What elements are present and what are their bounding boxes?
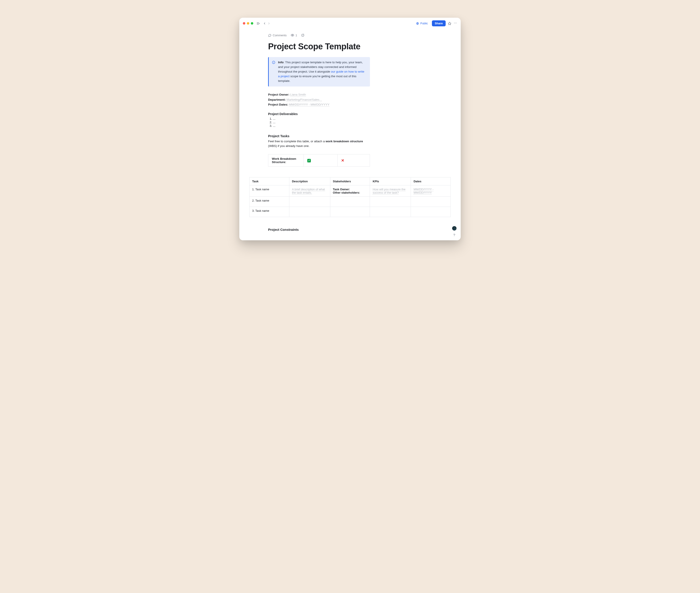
- task-desc-cell[interactable]: [289, 207, 330, 217]
- info-icon: [272, 61, 275, 83]
- public-visibility-label: Public: [420, 22, 428, 25]
- info-text-after: scope to ensure you're getting the most …: [278, 75, 357, 83]
- col-kpis: KPIs: [370, 177, 411, 186]
- star-icon: [448, 22, 451, 25]
- field-value[interactable]: Liana Smith: [290, 93, 306, 97]
- top-bar-left: [243, 22, 270, 25]
- svg-point-4: [456, 23, 457, 23]
- task-name-cell[interactable]: 2. Task name: [250, 197, 289, 207]
- list-item[interactable]: ...: [273, 117, 370, 120]
- table-row[interactable]: 1. Task name A brief description of what…: [250, 186, 451, 197]
- task-desc-cell[interactable]: A brief description of what the task ent…: [289, 186, 330, 197]
- window-controls: [243, 22, 253, 25]
- tasks-desc-before: Feel free to complete this table, or att…: [268, 140, 326, 143]
- tasks-desc-after: (WBS) if you already have one.: [268, 144, 309, 148]
- task-dates-cell[interactable]: MM/DD/YYYY - MM/DD/YYYY: [411, 186, 451, 197]
- sidebar-toggle-button[interactable]: [256, 22, 260, 25]
- deliverables-heading[interactable]: Project Deliverables: [268, 112, 370, 116]
- project-fields[interactable]: Project Owner: Liana Smith Department: M…: [268, 92, 370, 108]
- field-label: Department:: [268, 98, 286, 101]
- task-dates-cell[interactable]: [411, 197, 451, 207]
- table-row[interactable]: 2. Task name: [250, 197, 451, 207]
- cross-icon: ✕: [341, 158, 344, 163]
- task-stakeholders-cell[interactable]: [330, 197, 370, 207]
- close-window-icon[interactable]: [243, 22, 245, 25]
- field-label: Project Owner:: [268, 93, 289, 96]
- top-bar: Public Share: [239, 18, 461, 27]
- svg-marker-1: [448, 22, 451, 25]
- wbs-yes-cell[interactable]: ✓: [304, 154, 338, 167]
- task-kpi-cell[interactable]: [370, 197, 411, 207]
- clock-plus-icon: [301, 34, 304, 37]
- presence-indicator-icon[interactable]: 🌑: [452, 226, 457, 231]
- views-indicator[interactable]: 1: [291, 33, 297, 37]
- check-icon: ✓: [307, 159, 311, 162]
- tasks-heading[interactable]: Project Tasks: [268, 134, 370, 138]
- task-stakeholders-cell[interactable]: Task Owner: Other stakeholders:: [330, 186, 370, 197]
- help-button[interactable]: ?: [453, 233, 455, 237]
- eye-icon: [291, 33, 294, 37]
- task-name-cell[interactable]: 1. Task name: [250, 186, 289, 197]
- wbs-no-cell[interactable]: ✕: [337, 154, 370, 167]
- table-row: Work Breakdown Structure: ✓ ✕: [268, 154, 370, 167]
- document-content: Comments 1 Project Scope Template Info: …: [239, 27, 461, 240]
- tasks-desc-bold: work breakdown structure: [326, 140, 363, 143]
- nav-arrows: [263, 22, 270, 25]
- task-desc-cell[interactable]: [289, 197, 330, 207]
- app-window: Public Share Comments 1: [239, 18, 461, 240]
- minimize-window-icon[interactable]: [247, 22, 249, 25]
- back-button[interactable]: [263, 22, 266, 25]
- task-kpi-cell[interactable]: [370, 207, 411, 217]
- task-kpi-cell[interactable]: How will you measure the success of the …: [370, 186, 411, 197]
- globe-icon: [416, 22, 419, 25]
- share-button[interactable]: Share: [432, 21, 446, 26]
- table-row[interactable]: 3. Task name: [250, 207, 451, 217]
- field-label: Project Dates:: [268, 103, 288, 106]
- task-name-cell[interactable]: 3. Task name: [250, 207, 289, 217]
- list-item[interactable]: ...: [273, 124, 370, 127]
- remind-button[interactable]: [301, 34, 304, 37]
- deliverables-list[interactable]: ... ... ...: [273, 117, 370, 127]
- field-department[interactable]: Department: Marketing/Finance/Sales...: [268, 97, 370, 103]
- svg-point-3: [455, 23, 455, 23]
- col-dates: Dates: [411, 177, 451, 186]
- field-project-owner[interactable]: Project Owner: Liana Smith: [268, 92, 370, 97]
- floating-controls: 🌑 ?: [452, 226, 457, 237]
- table-header-row: Task Description Stakeholders KPIs Dates: [250, 177, 451, 186]
- view-count: 1: [296, 34, 297, 37]
- page-title[interactable]: Project Scope Template: [268, 42, 370, 51]
- favorite-button[interactable]: [448, 22, 451, 25]
- comment-icon: [268, 34, 271, 37]
- col-description: Description: [289, 177, 330, 186]
- comments-button[interactable]: Comments: [268, 34, 287, 37]
- public-visibility-button[interactable]: Public: [414, 21, 430, 26]
- info-lead: Info: [278, 61, 284, 64]
- wbs-label-cell[interactable]: Work Breakdown Structure:: [268, 154, 304, 167]
- tasks-table[interactable]: Task Description Stakeholders KPIs Dates…: [249, 177, 451, 217]
- forward-button[interactable]: [267, 22, 270, 25]
- svg-point-2: [454, 23, 454, 23]
- info-callout-body: Info: This project scope template is her…: [278, 60, 366, 83]
- col-task: Task: [250, 177, 289, 186]
- tasks-description[interactable]: Feel free to complete this table, or att…: [268, 139, 370, 149]
- more-menu-button[interactable]: [454, 21, 457, 26]
- constraints-heading[interactable]: Project Constraints: [268, 228, 370, 231]
- col-stakeholders: Stakeholders: [330, 177, 370, 186]
- svg-point-5: [292, 35, 293, 36]
- more-horizontal-icon: [454, 21, 457, 25]
- info-callout[interactable]: Info: This project scope template is her…: [268, 57, 370, 86]
- field-value[interactable]: MM/DD/YYYY - MM/DD/YYYY: [289, 103, 330, 107]
- field-value[interactable]: Marketing/Finance/Sales...: [287, 98, 322, 102]
- field-project-dates[interactable]: Project Dates: MM/DD/YYYY - MM/DD/YYYY: [268, 102, 370, 107]
- maximize-window-icon[interactable]: [251, 22, 253, 25]
- task-dates-cell[interactable]: [411, 207, 451, 217]
- comments-label: Comments: [273, 34, 287, 37]
- document-meta: Comments 1: [268, 33, 370, 37]
- task-stakeholders-cell[interactable]: [330, 207, 370, 217]
- list-item[interactable]: ...: [273, 121, 370, 124]
- top-bar-right: Public Share: [414, 21, 457, 26]
- wbs-table[interactable]: Work Breakdown Structure: ✓ ✕: [268, 154, 370, 167]
